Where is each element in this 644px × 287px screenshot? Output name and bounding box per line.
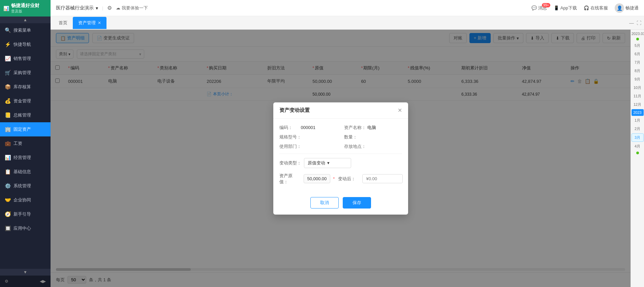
collapse-icon[interactable]: ◀▶: [40, 279, 46, 284]
sidebar-item-label: 固定资产: [13, 126, 31, 132]
code-value: 000001: [301, 125, 315, 130]
asset-name-value: 电脑: [367, 125, 376, 131]
cal-dec[interactable]: 12月: [632, 101, 644, 108]
code-label: 编码：: [279, 125, 300, 131]
guide-icon: 🧭: [5, 211, 11, 217]
fixedasset-icon: 🏢: [5, 126, 11, 132]
cancel-button[interactable]: 取消: [310, 197, 339, 209]
minimize-icon[interactable]: —: [629, 20, 634, 26]
asset-change-modal: 资产变动设置 ✕ 编码： 000001 资产名称： 电脑: [273, 102, 408, 215]
tab-asset[interactable]: 资产管理 ✕: [73, 17, 106, 29]
after-change-label: 变动后：: [338, 176, 360, 182]
sales-icon: 📈: [5, 56, 11, 62]
original-value-label: 资产原值：: [279, 173, 301, 185]
sidebar-item-enterprise[interactable]: 🤝 企业协同: [0, 193, 51, 207]
page-content: 📋 资产明细 📄 变更生成凭证 对账 + 新增 批量操作: [51, 30, 631, 287]
sidebar-item-purchase[interactable]: 🛒 采购管理: [0, 66, 51, 80]
cal-dot: [636, 38, 639, 40]
code-field: 编码： 000001: [279, 125, 337, 131]
cal-jan[interactable]: 1月: [632, 117, 644, 124]
after-change-input[interactable]: [362, 174, 403, 183]
sidebar-item-label: 资金管理: [13, 98, 31, 104]
ledger-icon: 📒: [5, 112, 11, 118]
sidebar-scroll-down[interactable]: ▼: [0, 269, 51, 276]
online-service-label: 在线客服: [590, 5, 608, 11]
department-field: 使用部门：: [279, 144, 337, 150]
sidebar-item-search[interactable]: 🔍 搜索菜单: [0, 23, 51, 37]
app-download-label: App下载: [560, 5, 577, 11]
cal-jun[interactable]: 6月: [632, 50, 644, 58]
sidebar-item-fixedasset[interactable]: 🏢 固定资产: [0, 122, 51, 136]
model-field: 规格型号：: [279, 134, 337, 140]
download-icon: 📱: [554, 5, 559, 10]
cal-aug[interactable]: 8月: [632, 67, 644, 75]
message-icon: 💬: [531, 5, 537, 10]
cal-apr[interactable]: 4月: [632, 142, 644, 150]
sidebar-item-operations[interactable]: 📊 经营管理: [0, 151, 51, 165]
avatar: 👤: [615, 3, 624, 13]
sidebar-item-label: 新手引导: [13, 211, 31, 217]
settings-icon[interactable]: ⚙: [5, 279, 8, 284]
cal-sep[interactable]: 9月: [632, 75, 644, 83]
finance-icon: 💰: [5, 98, 11, 104]
sidebar-item-guide[interactable]: 🧭 新手引导: [0, 207, 51, 221]
modal-overlay: 资产变动设置 ✕ 编码： 000001 资产名称： 电脑: [51, 30, 631, 287]
online-service-button[interactable]: 🎧 在线客服: [584, 5, 608, 11]
message-button[interactable]: 💬 消息 99+: [531, 5, 547, 11]
user-menu[interactable]: 👤 畅捷通: [615, 3, 639, 13]
sidebar-item-inventory[interactable]: 📦 库存核算: [0, 80, 51, 94]
logo-icon: 📊: [3, 6, 9, 11]
sidebar-item-appcenter[interactable]: 🔲 应用中心: [0, 221, 51, 235]
username: 畅捷通: [625, 5, 639, 11]
quicknav-icon: ⚡: [5, 41, 11, 47]
cal-oct[interactable]: 10月: [632, 84, 644, 92]
right-calendar-panel: 2023.03 5月 6月 7月 8月 9月 10月 11月 12月 2023 …: [631, 30, 644, 287]
modal-body: 编码： 000001 资产名称： 电脑 规格型号：: [273, 119, 408, 193]
topbar: 医疗器械行业演示 ▾ | ⚙ ☁ 我要体验一下 💬 消息 99+ 📱 App下载…: [51, 0, 644, 16]
tab-home[interactable]: 首页: [53, 17, 73, 29]
logo-title: 畅捷通好业财: [11, 3, 39, 9]
sidebar-scroll-up[interactable]: ▲: [0, 17, 51, 23]
storage-label: 存放地点：: [344, 144, 366, 150]
sidebar-item-quicknav[interactable]: ⚡ 快捷导航: [0, 37, 51, 52]
company-selector[interactable]: 医疗器械行业演示 ▾: [56, 5, 98, 11]
sidebar-item-ledger[interactable]: 📒 总账管理: [0, 108, 51, 122]
sidebar-item-finance[interactable]: 💰 资金管理: [0, 94, 51, 108]
cal-may[interactable]: 5月: [632, 42, 644, 50]
sidebar: 📊 畅捷通好业财 普及版 ▲ 🔍 搜索菜单 ⚡ 快捷导航 📈 销售管理 🛒 采购…: [0, 0, 51, 287]
cal-feb[interactable]: 2月: [632, 125, 644, 133]
sidebar-item-basicinfo[interactable]: 📋 基础信息: [0, 165, 51, 179]
change-type-select[interactable]: 原值变动 ▾: [304, 158, 351, 168]
enterprise-icon: 🤝: [5, 197, 11, 203]
chevron-down-icon: ▾: [96, 5, 98, 11]
cal-2023[interactable]: 2023: [632, 109, 644, 116]
asset-name-label: 资产名称：: [344, 125, 366, 131]
topbar-right: 💬 消息 99+ 📱 App下载 🎧 在线客服 👤 畅捷通: [531, 3, 639, 13]
save-button[interactable]: 保存: [343, 197, 371, 209]
sidebar-item-sales[interactable]: 📈 销售管理: [0, 52, 51, 66]
modal-footer: 取消 保存: [273, 193, 408, 215]
tab-close-icon[interactable]: ✕: [98, 21, 101, 25]
app-download-button[interactable]: 📱 App下载: [554, 5, 577, 11]
cal-nov[interactable]: 11月: [632, 92, 644, 100]
tabbar: 首页 资产管理 ✕ — ⛶: [51, 16, 644, 30]
value-row: 资产原值： 50,000.00 * 变动后：: [279, 173, 402, 185]
sidebar-item-system[interactable]: ⚙️ 系统管理: [0, 179, 51, 193]
cal-mar[interactable]: 3月: [632, 133, 644, 142]
inventory-icon: 📦: [5, 84, 11, 90]
modal-close-button[interactable]: ✕: [398, 107, 402, 114]
sidebar-item-label: 采购管理: [13, 70, 31, 76]
sidebar-item-payroll[interactable]: 💼 工资: [0, 136, 51, 151]
settings-gear-icon[interactable]: ⚙: [107, 5, 112, 11]
storage-field: 存放地点：: [344, 144, 402, 150]
sidebar-item-label: 搜索菜单: [13, 27, 31, 33]
content-area: 📋 资产明细 📄 变更生成凭证 对账 + 新增 批量操作: [51, 30, 644, 287]
basicinfo-icon: 📋: [5, 169, 11, 175]
modal-header: 资产变动设置 ✕: [273, 102, 408, 119]
maximize-icon[interactable]: ⛶: [637, 20, 641, 26]
change-type-row: 变动类型： 原值变动 ▾: [279, 158, 402, 168]
appcenter-icon: 🔲: [5, 225, 11, 231]
tabbar-right: — ⛶: [629, 20, 644, 26]
cal-jul[interactable]: 7月: [632, 59, 644, 66]
feedback-button[interactable]: ☁ 我要体验一下: [116, 5, 148, 11]
